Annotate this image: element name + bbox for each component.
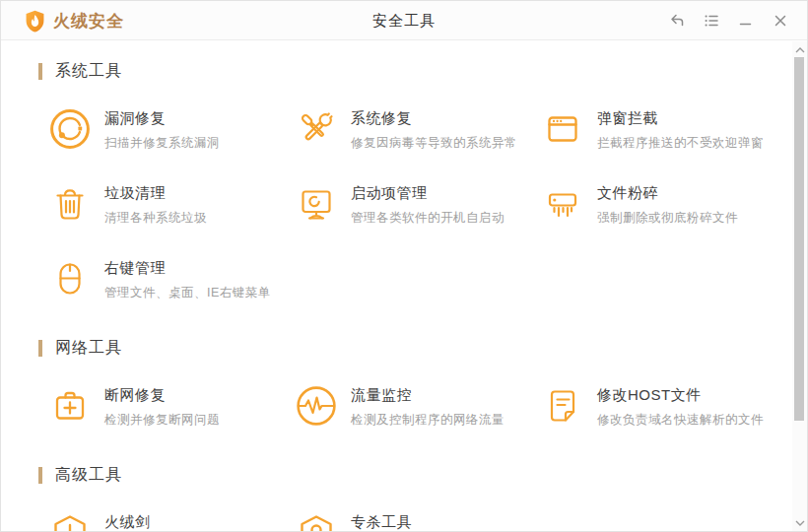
- tool-title: 火绒剑: [104, 513, 151, 531]
- tool-grid: 漏洞修复扫描并修复系统漏洞系统修复修复因病毒等导致的系统异常弹窗拦截拦截程序推送…: [48, 107, 792, 301]
- section-title: 系统工具: [55, 61, 122, 82]
- tool-desc: 拦截程序推送的不受欢迎弹窗: [597, 135, 764, 152]
- section-advanced-tools: 高级工具火绒剑专杀工具: [38, 464, 792, 531]
- tool-item-network-repair[interactable]: 断网修复检测并修复断网问题: [48, 384, 295, 429]
- tool-title: 修改HOST文件: [597, 386, 764, 405]
- tool-item-startup-manager[interactable]: 启动项管理管理各类软件的开机自启动: [295, 182, 541, 227]
- window-controls: [664, 1, 793, 40]
- scroll-up-arrow-icon[interactable]: [792, 42, 807, 57]
- tool-title: 启动项管理: [351, 184, 505, 203]
- close-icon: [772, 12, 789, 30]
- tool-title: 断网修复: [104, 386, 220, 405]
- tool-title: 垃圾清理: [104, 184, 207, 203]
- tool-text: 右键管理管理文件、桌面、IE右键菜单: [104, 257, 271, 301]
- trash-icon: [48, 182, 92, 226]
- mouse-icon: [48, 257, 92, 300]
- tool-desc: 扫描并修复系统漏洞: [104, 135, 220, 152]
- tool-text: 漏洞修复扫描并修复系统漏洞: [104, 107, 220, 152]
- tool-item-junk-clean[interactable]: 垃圾清理清理各种系统垃圾: [48, 182, 295, 227]
- tool-desc: 管理各类软件的开机自启动: [351, 210, 505, 227]
- tool-grid: 火绒剑专杀工具: [48, 511, 792, 531]
- popup-window-icon: [541, 107, 584, 151]
- tool-desc: 检测并修复断网问题: [104, 412, 220, 429]
- tool-title: 文件粉碎: [597, 184, 738, 203]
- minimize-button[interactable]: [733, 8, 759, 33]
- section-title: 高级工具: [55, 465, 122, 486]
- shield-target-icon: [295, 511, 338, 531]
- tool-text: 断网修复检测并修复断网问题: [104, 384, 220, 429]
- tool-desc: 强制删除或彻底粉碎文件: [597, 210, 738, 227]
- back-arrow-icon: [668, 12, 686, 30]
- shield-icon: [48, 511, 92, 531]
- titlebar: 火绒安全 安全工具: [1, 1, 807, 40]
- minimize-icon: [737, 12, 755, 30]
- tool-item-vulnerability-fix[interactable]: 漏洞修复扫描并修复系统漏洞: [48, 107, 295, 152]
- app-window: 火绒安全 安全工具: [0, 0, 808, 532]
- document-icon: [541, 384, 584, 428]
- tool-item-file-shredder[interactable]: 文件粉碎强制删除或彻底粉碎文件: [541, 182, 787, 227]
- tool-text: 修改HOST文件修改负责域名快速解析的文件: [597, 384, 764, 429]
- tool-desc: 修改负责域名快速解析的文件: [597, 412, 764, 429]
- tool-title: 系统修复: [351, 109, 517, 128]
- menu-list-icon: [703, 12, 720, 30]
- menu-button[interactable]: [699, 8, 724, 33]
- section-marker-bar: [38, 63, 42, 80]
- scrollbar-thumb[interactable]: [794, 57, 804, 421]
- back-button[interactable]: [664, 8, 690, 33]
- scroll-down-arrow-icon[interactable]: [792, 515, 807, 530]
- close-button[interactable]: [768, 8, 793, 33]
- tool-item-huorong-sword[interactable]: 火绒剑: [48, 511, 295, 531]
- tool-desc: 修复因病毒等导致的系统异常: [351, 135, 517, 152]
- section-header: 系统工具: [38, 60, 792, 82]
- tool-item-context-menu-manager[interactable]: 右键管理管理文件、桌面、IE右键菜单: [48, 257, 295, 301]
- first-aid-kit-icon: [48, 384, 92, 428]
- tool-text: 火绒剑: [104, 511, 151, 531]
- tool-desc: 检测及控制程序的网络流量: [351, 412, 505, 429]
- tool-title: 弹窗拦截: [597, 109, 764, 128]
- tool-item-popup-blocker[interactable]: 弹窗拦截拦截程序推送的不受欢迎弹窗: [541, 107, 787, 152]
- section-title: 网络工具: [55, 338, 122, 359]
- tool-text: 文件粉碎强制删除或彻底粉碎文件: [597, 182, 738, 227]
- tool-item-traffic-monitor[interactable]: 流量监控检测及控制程序的网络流量: [295, 384, 541, 429]
- tool-desc: 清理各种系统垃圾: [104, 210, 207, 227]
- wrench-screwdriver-icon: [295, 107, 338, 151]
- tool-desc: 管理文件、桌面、IE右键菜单: [104, 285, 271, 301]
- section-marker-bar: [38, 340, 42, 357]
- tool-text: 流量监控检测及控制程序的网络流量: [351, 384, 505, 429]
- section-header: 高级工具: [38, 464, 792, 486]
- tool-text: 启动项管理管理各类软件的开机自启动: [351, 182, 505, 227]
- section-marker-bar: [38, 467, 42, 484]
- monitor-power-icon: [295, 182, 338, 226]
- tool-title: 右键管理: [104, 259, 271, 278]
- tool-title: 专杀工具: [351, 513, 412, 531]
- tool-item-modify-host-file[interactable]: 修改HOST文件修改负责域名快速解析的文件: [541, 384, 787, 429]
- tool-text: 系统修复修复因病毒等导致的系统异常: [351, 107, 517, 152]
- section-system-tools: 系统工具漏洞修复扫描并修复系统漏洞系统修复修复因病毒等导致的系统异常弹窗拦截拦截…: [38, 60, 792, 301]
- tool-text: 弹窗拦截拦截程序推送的不受欢迎弹窗: [597, 107, 764, 152]
- tools-panel: 系统工具漏洞修复扫描并修复系统漏洞系统修复修复因病毒等导致的系统异常弹窗拦截拦截…: [1, 41, 792, 531]
- tool-item-system-repair[interactable]: 系统修复修复因病毒等导致的系统异常: [295, 107, 541, 152]
- pulse-circle-icon: [295, 384, 338, 428]
- tool-grid: 断网修复检测并修复断网问题流量监控检测及控制程序的网络流量修改HOST文件修改负…: [48, 384, 792, 429]
- tool-item-special-killer[interactable]: 专杀工具: [295, 511, 541, 531]
- tool-text: 垃圾清理清理各种系统垃圾: [104, 182, 207, 227]
- tool-title: 漏洞修复: [104, 109, 220, 128]
- tool-text: 专杀工具: [351, 511, 412, 531]
- tool-title: 流量监控: [351, 386, 505, 405]
- section-network-tools: 网络工具断网修复检测并修复断网问题流量监控检测及控制程序的网络流量修改HOST文…: [38, 337, 792, 429]
- section-header: 网络工具: [38, 337, 792, 359]
- scrollbar: [792, 41, 807, 531]
- vulnerability-patch-icon: [48, 107, 92, 151]
- shredder-icon: [541, 182, 584, 226]
